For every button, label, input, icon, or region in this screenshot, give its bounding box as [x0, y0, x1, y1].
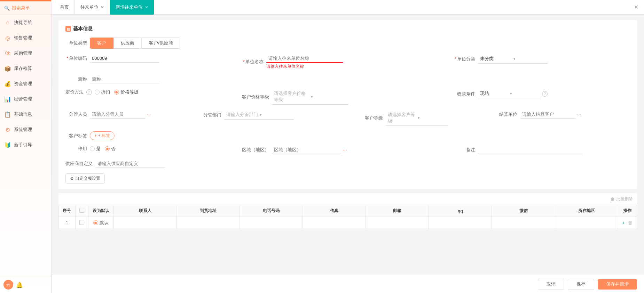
supplier-custom-field: 供应商自定义 — [65, 160, 630, 168]
batch-delete-button[interactable]: 🗑 批量删除 — [611, 196, 633, 202]
delete-icon: 🗑 — [611, 197, 615, 202]
gear-icon: ⚙ — [70, 176, 74, 181]
sidebar-item-basic[interactable]: 📋基础信息 — [0, 107, 51, 122]
phone-input[interactable] — [243, 220, 299, 225]
unit-type-btn-both[interactable]: 客户/供应商 — [142, 38, 180, 49]
short-name-label: 简称 — [65, 76, 90, 82]
customer-price-level-select[interactable]: 请选择客户价格等级 ▾ — [272, 89, 348, 105]
radio-dot-no — [106, 148, 109, 150]
short-name-input[interactable] — [90, 75, 159, 83]
region-more-button[interactable]: ··· — [341, 147, 348, 153]
th-qq: qq — [429, 205, 492, 217]
delete-row-button[interactable]: 🗑 — [628, 220, 633, 226]
save-and-new-button[interactable]: 保存并新增 — [598, 279, 637, 290]
cell-wechat — [492, 217, 555, 229]
pricing-help-icon[interactable]: ? — [86, 89, 92, 95]
unit-type-btn-customer[interactable]: 客户 — [90, 38, 113, 49]
settlement-more-button[interactable]: ··· — [576, 112, 583, 117]
disabled-yes[interactable]: 是 — [90, 146, 101, 152]
sidebar-bottom: 云 🔔 — [0, 276, 51, 293]
unit-type-btn-supplier[interactable]: 供应商 — [113, 38, 142, 49]
add-tag-button[interactable]: + + 标签 — [90, 131, 115, 140]
manager-input[interactable] — [90, 110, 146, 119]
region-input[interactable] — [272, 146, 341, 154]
customer-level-select[interactable]: 请选择客户等级 ▾ — [386, 110, 448, 126]
tab-close-partners[interactable]: ✕ — [101, 5, 104, 10]
code-input[interactable] — [90, 54, 159, 63]
settlement-input[interactable] — [520, 110, 576, 119]
contact-input[interactable] — [117, 220, 173, 225]
save-button[interactable]: 保存 — [568, 279, 594, 290]
sidebar-item-quick-nav[interactable]: ⌂快捷导航 — [0, 15, 51, 30]
name-input[interactable] — [266, 54, 343, 63]
cell-qq — [429, 217, 492, 229]
sidebar-item-guide[interactable]: 🔰新手引导 — [0, 137, 51, 153]
select-all-checkbox[interactable] — [79, 208, 84, 213]
region-cell-input[interactable] — [559, 220, 614, 225]
pricing-label: 定价方法 ? — [65, 89, 95, 95]
chevron-down-icon-4: ▾ — [260, 113, 292, 117]
sidebar-item-system[interactable]: ⚙系统管理 — [0, 122, 51, 137]
supplier-custom-input[interactable] — [95, 160, 165, 168]
pricing-field: 定价方法 ? 折扣 价格等级 — [65, 89, 242, 95]
contacts-table: 序号 设为默认 联系人 到货地址 电话号码 传真 邮箱 qq 微信 所在地区 操… — [58, 205, 637, 229]
short-name-field: 简称 — [65, 75, 630, 83]
required-code: * — [66, 56, 68, 61]
tab-close-new-partner[interactable]: ✕ — [145, 5, 148, 10]
sidebar-item-inventory[interactable]: 📦库存核算 — [0, 61, 51, 76]
chevron-down-icon-3: ▾ — [510, 91, 539, 96]
payment-terms-label: 收款条件 — [454, 91, 478, 97]
disabled-yes-label: 是 — [96, 146, 101, 152]
default-radio[interactable]: 默认 — [92, 220, 110, 226]
category-select[interactable]: 未分类 ▾ — [478, 54, 548, 64]
payment-terms-select[interactable]: 现结 ▾ — [478, 89, 541, 98]
tab-partners[interactable]: 往来单位✕ — [75, 0, 110, 15]
disabled-no[interactable]: 否 — [105, 146, 116, 152]
address-input[interactable] — [180, 220, 236, 225]
settlement-label: 结算单位 — [496, 111, 520, 117]
required-name: * — [243, 59, 245, 64]
unit-type-group: 客户供应商客户/供应商 — [90, 38, 180, 49]
cancel-button[interactable]: 取消 — [538, 279, 564, 290]
sidebar-item-finance[interactable]: 💰资金管理 — [0, 76, 51, 91]
unit-type-field: 单位类型 客户供应商客户/供应商 — [65, 38, 630, 49]
ops-icon: 📊 — [4, 96, 11, 103]
pricing-radio-discount[interactable]: 折扣 — [95, 89, 110, 95]
sidebar-item-ops[interactable]: 📊经营管理 — [0, 91, 51, 107]
tab-new-partner[interactable]: 新增往来单位✕ — [110, 0, 154, 15]
pricing-discount-label: 折扣 — [101, 89, 110, 95]
manager-more-button[interactable]: ··· — [146, 112, 152, 117]
tabbar: 首页往来单位✕新增往来单位✕ ✕ — [52, 0, 644, 15]
manager-row: 分管人员 ··· 分管部门 请输入分管部门 ▾ 客户等级 请选择客户等级 — [65, 110, 630, 126]
sidebar-item-sales[interactable]: ◎销售管理 — [0, 30, 51, 46]
email-input[interactable] — [369, 220, 425, 225]
basic-info-card: ▤ 基本信息 单位类型 客户供应商客户/供应商 *单位编码 — [58, 20, 637, 189]
tab-home[interactable]: 首页 — [54, 0, 75, 15]
remark-input[interactable] — [478, 146, 582, 154]
th-region: 所在地区 — [555, 205, 618, 217]
sidebar-item-label-ops: 经营管理 — [14, 96, 32, 102]
inventory-icon: 📦 — [4, 65, 11, 72]
search-menu-item[interactable]: 🔍 搜索菜单 — [0, 1, 51, 15]
row-checkbox[interactable] — [79, 220, 84, 225]
pricing-row: 定价方法 ? 折扣 价格等级 — [65, 89, 630, 105]
close-all-button[interactable]: ✕ — [631, 4, 641, 10]
department-select[interactable]: 请输入分管部门 ▾ — [224, 110, 294, 120]
manager-field: 分管人员 ··· — [65, 110, 200, 119]
th-fax: 传真 — [303, 205, 366, 217]
payment-terms-help-icon[interactable]: ? — [542, 91, 548, 97]
disabled-field: 停用 是 否 — [65, 146, 242, 152]
custom-settings-button[interactable]: ⚙ 自定义项设置 — [65, 173, 105, 184]
code-field: *单位编码 — [65, 54, 242, 63]
sidebar-item-label-guide: 新手引导 — [14, 142, 32, 148]
wechat-input[interactable] — [495, 220, 551, 225]
radio-dot-price-level — [115, 91, 118, 93]
sidebar-item-purchase[interactable]: 🛍采购管理 — [0, 46, 51, 61]
qq-input[interactable] — [432, 220, 488, 225]
category-label: *单位分类 — [454, 56, 478, 62]
th-checkbox — [75, 205, 88, 217]
fax-input[interactable] — [306, 220, 362, 225]
add-row-button[interactable]: + — [622, 220, 625, 226]
tab-label-new-partner: 新增往来单位 — [116, 4, 143, 10]
pricing-radio-price-level[interactable]: 价格等级 — [114, 89, 139, 95]
